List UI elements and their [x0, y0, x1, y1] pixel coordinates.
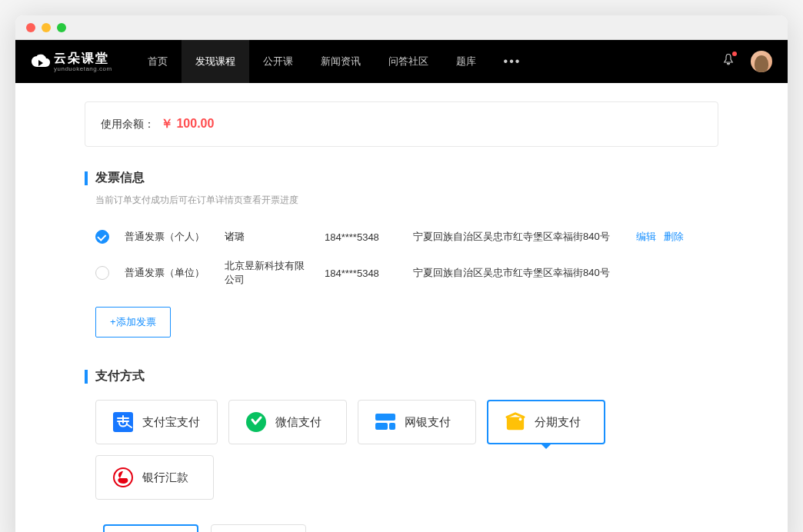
- add-invoice-button[interactable]: +添加发票: [95, 307, 171, 337]
- installment-option[interactable]: 6期: [103, 524, 198, 532]
- close-window-button[interactable]: [26, 23, 35, 32]
- invoice-name: 诸璐: [225, 230, 309, 244]
- wechat-icon: [246, 412, 266, 432]
- payment-option-label: 网银支付: [405, 415, 451, 430]
- nav-more[interactable]: •••: [490, 55, 535, 68]
- alipay-icon: [113, 412, 133, 432]
- logo-subtitle: yunduoketang.com: [54, 65, 112, 72]
- payment-option-wechat[interactable]: 微信支付: [228, 400, 347, 444]
- payment-option-alipay[interactable]: 支付宝支付: [95, 400, 218, 444]
- invoice-section: 发票信息 当前订单支付成功后可在订单详情页查看开票进度 普通发票（个人） 诸璐 …: [85, 170, 718, 337]
- invoice-radio[interactable]: [95, 266, 109, 280]
- section-accent-bar: [85, 370, 88, 384]
- minimize-window-button[interactable]: [42, 23, 51, 32]
- nav-item-2[interactable]: 公开课: [249, 40, 307, 83]
- payment-option-netbank[interactable]: 网银支付: [358, 400, 476, 444]
- window-chrome: [15, 15, 788, 40]
- logo-icon: [31, 53, 51, 70]
- balance-amount: ￥ 100.00: [161, 116, 214, 132]
- nav-item-5[interactable]: 题库: [442, 40, 490, 83]
- payment-section-title: 支付方式: [85, 368, 718, 384]
- invoice-type: 普通发票（个人）: [125, 230, 209, 244]
- svg-rect-4: [389, 423, 395, 430]
- invoice-radio[interactable]: [95, 230, 109, 244]
- nav-item-1[interactable]: 发现课程: [182, 40, 249, 83]
- nav-right: [721, 51, 772, 72]
- notification-dot: [732, 52, 737, 56]
- payment-options: 支付宝支付 微信支付 网银支付 分期支付 银行汇款: [95, 400, 718, 500]
- netbank-icon: [375, 412, 395, 432]
- browser-window: 云朵课堂 yunduoketang.com 首页发现课程公开课新闻资讯问答社区题…: [15, 15, 788, 532]
- svg-point-6: [114, 468, 132, 487]
- user-avatar[interactable]: [751, 51, 772, 72]
- installment-row: 6期12期: [103, 524, 718, 532]
- payment-option-label: 支付宝支付: [142, 415, 200, 430]
- maximize-window-button[interactable]: [57, 23, 66, 32]
- logo-text: 云朵课堂: [54, 51, 112, 67]
- svg-rect-3: [375, 423, 388, 430]
- nav-items: 首页发现课程公开课新闻资讯问答社区题库: [134, 40, 490, 83]
- invoice-type: 普通发票（单位）: [125, 266, 209, 280]
- invoice-row: 普通发票（单位） 北京昱新科技有限公司 184****5348 宁夏回族自治区吴…: [85, 251, 718, 294]
- payment-option-label: 分期支付: [535, 415, 581, 430]
- invoice-phone: 184****5348: [325, 268, 398, 279]
- nav-item-4[interactable]: 问答社区: [375, 40, 442, 83]
- invoice-section-subtitle: 当前订单支付成功后可在订单详情页查看开票进度: [95, 194, 718, 207]
- payment-section: 支付方式 支付宝支付 微信支付 网银支付 分期支付 银行汇款 6期12期 支付宝…: [85, 368, 718, 532]
- delete-invoice-link[interactable]: 删除: [664, 230, 684, 244]
- invoice-address: 宁夏回族自治区吴忠市红寺堡区幸福街840号: [413, 266, 610, 280]
- svg-rect-2: [375, 414, 395, 421]
- balance-label: 使用余额：: [101, 118, 155, 131]
- balance-box: 使用余额： ￥ 100.00: [85, 101, 718, 147]
- svg-point-5: [519, 417, 522, 421]
- invoice-section-title: 发票信息: [85, 170, 718, 186]
- invoice-name: 北京昱新科技有限公司: [225, 259, 309, 287]
- payment-option-label: 微信支付: [275, 415, 322, 430]
- invoice-row: 普通发票（个人） 诸璐 184****5348 宁夏回族自治区吴忠市红寺堡区幸福…: [85, 222, 718, 251]
- nav-item-0[interactable]: 首页: [134, 40, 182, 83]
- top-nav: 云朵课堂 yunduoketang.com 首页发现课程公开课新闻资讯问答社区题…: [15, 40, 788, 83]
- edit-invoice-link[interactable]: 编辑: [636, 230, 656, 244]
- invoice-actions: 编辑 删除: [636, 230, 684, 244]
- remit-icon: [113, 467, 133, 487]
- payment-option-installment[interactable]: 分期支付: [487, 400, 605, 444]
- notifications-button[interactable]: [721, 53, 735, 70]
- invoice-address: 宁夏回族自治区吴忠市红寺堡区幸福街840号: [413, 230, 610, 244]
- page-content: 使用余额： ￥ 100.00 发票信息 当前订单支付成功后可在订单详情页查看开票…: [15, 83, 788, 532]
- payment-option-label: 银行汇款: [142, 470, 188, 485]
- payment-option-remit[interactable]: 银行汇款: [95, 455, 214, 500]
- installment-icon: [505, 412, 525, 432]
- installment-option[interactable]: 12期: [211, 524, 306, 532]
- invoice-phone: 184****5348: [325, 231, 398, 243]
- nav-item-3[interactable]: 新闻资讯: [307, 40, 375, 83]
- logo[interactable]: 云朵课堂 yunduoketang.com: [31, 51, 112, 72]
- section-accent-bar: [85, 171, 88, 185]
